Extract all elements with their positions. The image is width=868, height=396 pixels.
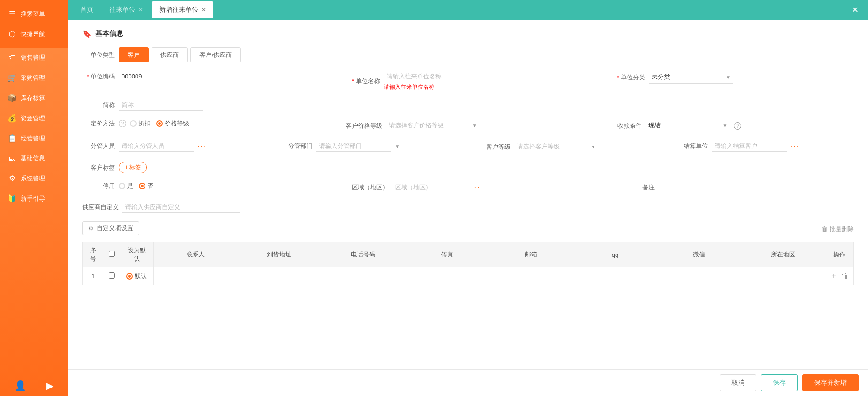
row-phone[interactable] [321,267,405,285]
add-tag-button[interactable]: + 标签 [119,162,147,173]
pricing-level[interactable]: 价格等级 [156,119,189,128]
alias-label: 简称 [82,101,115,109]
save-add-button[interactable]: 保存并新增 [802,374,859,391]
table-body: 1 默认 [83,267,854,285]
row-fax[interactable] [405,267,489,285]
code-input[interactable] [119,71,203,82]
unit-type-customer[interactable]: 客户 [119,47,149,62]
col-fax: 传真 [405,242,489,267]
row-region[interactable] [741,267,825,285]
email-input[interactable] [494,272,568,280]
tab-new-unit[interactable]: 新增往来单位 ✕ [152,1,213,18]
category-label: 单位分类 [612,73,645,82]
customer-level-chevron-icon: ▼ [591,144,596,149]
wechat-input[interactable] [662,272,736,280]
name-input[interactable] [384,71,478,82]
sidebar-item-quicknav[interactable]: ⬡ 快捷导航 [0,24,68,44]
sidebar-item-sys[interactable]: ⚙ 系统管理 [0,168,68,188]
disable-yes[interactable]: 是 [119,182,133,190]
category-chevron-icon: ▼ [726,75,731,80]
alias-group: 简称 [82,100,854,111]
unit-type-both[interactable]: 客户/供应商 [190,47,241,62]
cancel-button[interactable]: 取消 [720,374,756,391]
sidebar-item-finance[interactable]: 💰 资金管理 [0,108,68,128]
row-address[interactable] [237,267,321,285]
disable-no[interactable]: 否 [139,182,153,190]
tab-units-close[interactable]: ✕ [138,7,143,13]
row-qq[interactable] [573,267,657,285]
unit-type-supplier[interactable]: 供应商 [152,47,188,62]
col-email: 邮箱 [489,242,573,267]
alias-input[interactable] [119,100,203,111]
window-close-button[interactable]: ✕ [847,5,863,15]
sidebar-item-purchase[interactable]: 🛒 采购管理 [0,68,68,88]
batch-delete-button[interactable]: 🗑 批量删除 [822,225,854,233]
row-wechat[interactable] [657,267,741,285]
remark-label: 备注 [622,183,655,192]
dept-group: 分管部门 ▼ [280,140,458,152]
select-all-checkbox[interactable] [109,251,115,257]
settle-more-icon[interactable]: ··· [791,142,799,150]
row-email[interactable] [489,267,573,285]
tab-home[interactable]: 首页 [73,1,101,18]
col-action: 操作 [825,242,853,267]
sidebar-bottom: 👤 ▶ [0,375,68,396]
col-region: 所在地区 [741,242,825,267]
supplier-custom-input[interactable] [122,202,240,213]
address-input[interactable] [242,272,316,280]
customer-level-select[interactable]: 请选择客户等级 ▼ [514,140,599,153]
area-label: 区域（地区） [352,183,388,192]
category-select[interactable]: 未分类 ▼ [649,71,733,84]
add-row-button[interactable]: ＋ [830,271,838,281]
remark-group: 备注 [622,182,854,193]
save-button[interactable]: 保存 [761,374,798,391]
sidebar-item-basic[interactable]: 🗂 基础信息 [0,148,68,168]
dept-chevron-icon: ▼ [395,144,400,149]
row-no: 1 [83,267,104,285]
disable-yes-dot [119,183,125,189]
pricing-radio-group: 折扣 价格等级 [130,119,189,128]
inventory-icon: 📦 [8,93,17,102]
settle-unit-input[interactable] [712,140,787,152]
row-checkbox[interactable] [104,267,120,285]
sidebar-item-search[interactable]: ☰ 搜索菜单 [0,4,68,24]
sidebar-item-inventory[interactable]: 📦 库存核算 [0,88,68,108]
customer-price-select[interactable]: 请选择客户价格等级 ▼ [386,119,480,132]
disable-radio-group: 是 否 [119,182,153,190]
remark-input[interactable] [658,182,799,193]
contacts-table: 序号 设为默认 联系人 到货地址 电话号码 传真 邮箱 qq 微信 所在地区 操… [82,242,854,285]
sidebar-item-sales[interactable]: 🏷 销售管理 [0,48,68,68]
manager-input[interactable] [119,140,194,152]
dept-input[interactable] [316,140,391,152]
fax-input[interactable] [410,272,484,280]
qq-input[interactable] [578,272,652,280]
area-more-icon[interactable]: ··· [471,183,480,192]
pricing-discount[interactable]: 折扣 [130,119,151,128]
manager-more-icon[interactable]: ··· [198,142,206,150]
custom-settings-button[interactable]: ⚙ 自定义项设置 [82,221,139,235]
row-contact[interactable] [153,267,237,285]
region-input[interactable] [746,272,820,280]
contact-input[interactable] [159,272,233,280]
sidebar-item-biz[interactable]: 📋 经营管理 [0,128,68,148]
sidebar-item-guide[interactable]: 🔰 新手引导 [0,188,68,209]
tab-units[interactable]: 往来单位 ✕ [102,1,151,18]
customer-price-group: 客户价格等级 请选择客户价格等级 ▼ [346,119,591,132]
pricing-help-icon[interactable]: ? [119,120,126,127]
col-contact: 联系人 [153,242,237,267]
row-default[interactable]: 默认 [120,267,154,285]
tab-new-unit-close[interactable]: ✕ [201,7,206,13]
row-select-checkbox[interactable] [109,272,115,279]
sidebar-user-icon[interactable]: 👤 [15,380,26,391]
col-checkbox[interactable] [104,242,120,267]
payment-help-icon[interactable]: ? [734,122,741,130]
delete-row-button[interactable]: 🗑 [841,272,849,280]
phone-input[interactable] [326,272,400,280]
payment-select[interactable]: 现结 ▼ [646,119,730,132]
name-group: 单位名称 请输入往来单位名称 [347,71,589,91]
area-input[interactable] [392,182,467,193]
sidebar-expand-icon[interactable]: ▶ [46,380,53,391]
settings-gear-icon: ⚙ [88,225,94,232]
section-icon: 🔖 [82,29,91,38]
tag-row: 客户标签 + 标签 [82,162,854,173]
